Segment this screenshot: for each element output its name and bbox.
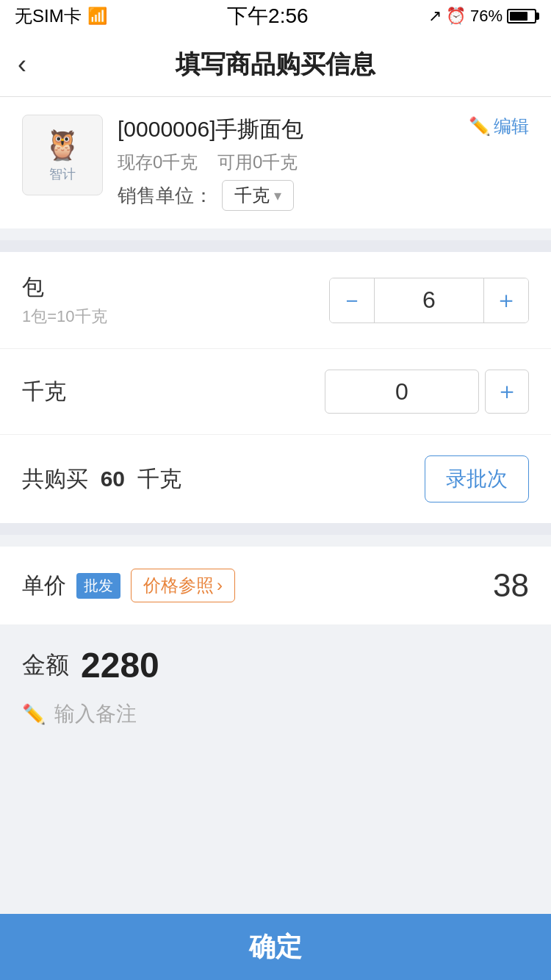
price-row: 单价 批发 价格参照 › 38: [22, 567, 529, 604]
price-value[interactable]: 38: [493, 567, 529, 604]
kilogram-label-text: 千克: [22, 377, 66, 407]
price-ref-button[interactable]: 价格参照 ›: [131, 569, 235, 602]
product-header-row: [0000006]手撕面包 ✏️ 编辑: [118, 115, 529, 151]
edit-icon: ✏️: [469, 116, 491, 137]
product-info: [0000006]手撕面包 ✏️ 编辑 现存0千克 可用0千克 销售单位： 千克…: [118, 115, 529, 211]
kilogram-row: 千克 0 ＋: [0, 349, 551, 435]
confirm-bar[interactable]: 确定: [0, 914, 551, 980]
amount-value: 2280: [81, 645, 159, 685]
batch-tag: 批发: [76, 573, 120, 599]
unit-value: 千克: [234, 184, 270, 207]
package-label-text: 包: [22, 273, 107, 303]
package-stepper: － 6 ＋: [329, 278, 529, 323]
amount-row: 金额 2280: [22, 645, 529, 685]
available-text: 可用0千克: [217, 152, 298, 172]
price-ref-chevron-icon: ›: [217, 575, 223, 596]
total-unit: 千克: [137, 466, 181, 491]
package-plus-button[interactable]: ＋: [484, 278, 528, 323]
kilogram-input-right: 0 ＋: [325, 370, 529, 414]
price-left: 单价 批发 价格参照 ›: [22, 569, 235, 602]
package-label: 包 1包=10千克: [22, 273, 107, 328]
product-card: 🦉 智计 [0000006]手撕面包 ✏️ 编辑 现存0千克 可用0千克 销售单…: [0, 97, 551, 228]
product-unit-row: 销售单位： 千克 ▾: [118, 180, 529, 211]
battery-percent: 76%: [470, 7, 503, 26]
package-row: 包 1包=10千克 － 6 ＋: [0, 252, 551, 349]
package-sublabel: 1包=10千克: [22, 306, 107, 328]
carrier-text: 无SIM卡: [15, 4, 82, 28]
battery-fill: [510, 12, 527, 21]
pencil-icon: ✏️: [22, 703, 46, 726]
remark-placeholder: 输入备注: [54, 700, 137, 728]
status-right: ↗ ⏰ 76%: [428, 7, 536, 26]
total-text: 共购买 60 千克: [22, 464, 181, 494]
price-label: 单价: [22, 571, 66, 601]
nav-bar: ‹ 填写商品购买信息: [0, 32, 551, 97]
product-name: [0000006]手撕面包: [118, 115, 303, 145]
status-time: 下午2:56: [227, 2, 309, 30]
status-carrier: 无SIM卡 📶: [15, 4, 107, 28]
total-row: 共购买 60 千克 录批次: [0, 435, 551, 523]
price-section: 单价 批发 价格参照 › 38: [0, 547, 551, 624]
unit-chevron-icon: ▾: [274, 187, 281, 204]
amount-section: 金额 2280 ✏️ 输入备注: [0, 624, 551, 743]
batch-record-button[interactable]: 录批次: [425, 455, 529, 502]
thumb-label: 智计: [49, 165, 76, 183]
edit-button[interactable]: ✏️ 编辑: [469, 115, 529, 138]
remark-row[interactable]: ✏️ 输入备注: [22, 700, 529, 728]
unit-select[interactable]: 千克 ▾: [222, 180, 294, 211]
separator-2: [0, 523, 551, 535]
wifi-icon: 📶: [87, 7, 107, 26]
separator-1: [0, 240, 551, 252]
location-icon: ↗: [428, 7, 442, 26]
owl-icon: 🦉: [44, 128, 81, 162]
confirm-text: 确定: [249, 929, 302, 965]
package-minus-button[interactable]: －: [330, 278, 374, 323]
price-ref-label: 价格参照: [143, 574, 214, 597]
page-title: 填写商品购买信息: [176, 48, 375, 82]
stock-text: 现存0千克: [118, 152, 198, 172]
kilogram-plus-button[interactable]: ＋: [485, 370, 529, 414]
edit-label: 编辑: [494, 115, 529, 138]
total-amount: 60: [101, 466, 125, 491]
total-prefix: 共购买: [22, 466, 88, 491]
status-bar: 无SIM卡 📶 下午2:56 ↗ ⏰ 76%: [0, 0, 551, 32]
amount-label: 金额: [22, 649, 69, 682]
battery-icon: [507, 9, 536, 24]
unit-label: 销售单位：: [118, 183, 213, 209]
alarm-icon: ⏰: [446, 7, 466, 26]
kilogram-value[interactable]: 0: [325, 370, 479, 414]
package-section: 包 1包=10千克 － 6 ＋ 千克 0 ＋ 共购买 60 千克 录批次: [0, 252, 551, 523]
package-quantity[interactable]: 6: [374, 278, 484, 323]
product-thumbnail: 🦉 智计: [22, 115, 103, 195]
kilogram-label: 千克: [22, 377, 66, 407]
product-stock: 现存0千克 可用0千克: [118, 151, 529, 174]
back-button[interactable]: ‹: [18, 49, 26, 80]
